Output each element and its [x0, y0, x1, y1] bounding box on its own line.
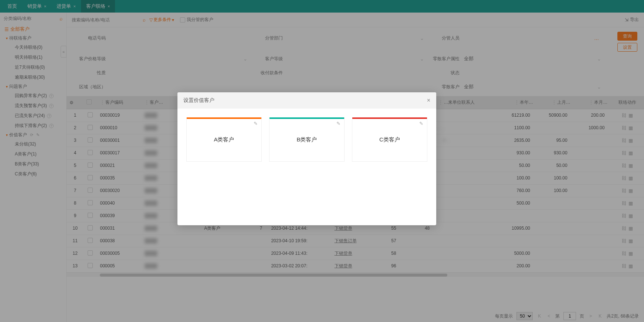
edit-icon[interactable]: ✎ [419, 121, 423, 126]
edit-icon[interactable]: ✎ [336, 121, 340, 126]
card-c-customer[interactable]: ✎C类客户 [352, 117, 427, 162]
dialog-title: 设置价值客户 [183, 97, 427, 104]
close-icon[interactable]: × [427, 97, 430, 104]
card-b-customer[interactable]: ✎B类客户 [269, 117, 345, 162]
card-a-customer[interactable]: ✎A类客户 [186, 117, 262, 162]
value-customer-dialog: 设置价值客户 × ✎A类客户 ✎B类客户 ✎C类客户 [177, 92, 436, 225]
edit-icon[interactable]: ✎ [254, 121, 258, 126]
